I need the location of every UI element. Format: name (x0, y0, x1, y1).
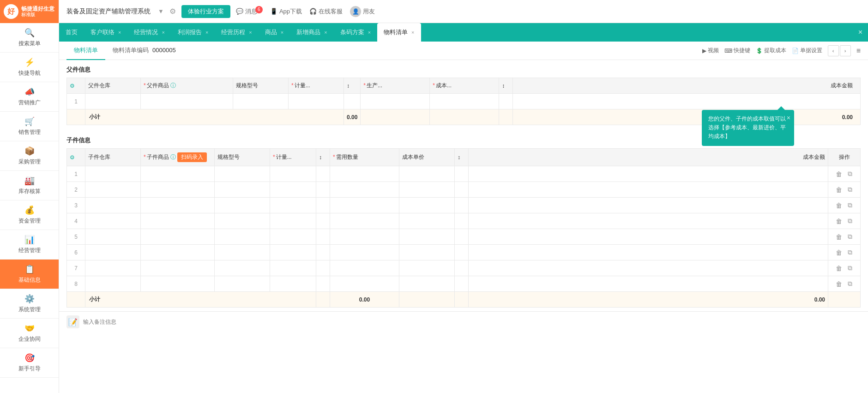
copy-icon-3[interactable]: ⧉ (845, 201, 855, 210)
delete-icon-7[interactable]: 🗑 (834, 264, 844, 273)
parent-cost-cell[interactable] (430, 94, 499, 109)
parent-production-cell[interactable] (361, 94, 430, 109)
parent-goods-cell[interactable] (141, 94, 233, 109)
th-gear-parent[interactable]: ⚙ (67, 78, 85, 94)
sidebar-item-guide[interactable]: 🎯新手引导 (0, 348, 59, 378)
child-warehouse-cell[interactable] (85, 276, 141, 292)
child-unit-cost-cell[interactable] (399, 166, 455, 182)
child-qty-cell[interactable] (270, 182, 316, 198)
child-spec-cell[interactable] (215, 182, 270, 198)
scan-btn[interactable]: 扫码录入 (177, 152, 207, 162)
sidebar-item-basic[interactable]: 📋基础信息 (0, 260, 59, 289)
sidebar-item-purchase[interactable]: 📦采购管理 (0, 141, 59, 171)
child-goods-cell[interactable] (141, 245, 215, 260)
copy-icon-6[interactable]: ⧉ (845, 248, 855, 257)
child-unit-cost-cell[interactable] (399, 182, 455, 198)
copy-icon-1[interactable]: ⧉ (845, 169, 855, 179)
child-required-qty-cell[interactable] (330, 213, 399, 229)
pager-prev[interactable]: ‹ (828, 45, 839, 56)
nav-tab-customer[interactable]: 客户联络× (84, 23, 127, 42)
th-child-sort[interactable]: ↕ (316, 149, 330, 166)
child-unit-cost-cell[interactable] (399, 260, 455, 276)
child-required-qty-cell[interactable] (330, 276, 399, 292)
online-service-btn[interactable]: 🎧 在线客服 (309, 7, 343, 16)
child-qty-cell[interactable] (270, 213, 316, 229)
sidebar-item-search[interactable]: 🔍搜索菜单 (0, 23, 59, 53)
sub-tab-bom-code[interactable]: 物料清单编码 0000005 (105, 42, 183, 60)
sidebar-item-quick-nav[interactable]: ⚡快捷导航 (0, 53, 59, 82)
sub-tab-bom-list[interactable]: 物料清单 (66, 42, 105, 60)
child-warehouse-cell[interactable] (85, 182, 141, 198)
child-spec-cell[interactable] (215, 260, 270, 276)
app-download-btn[interactable]: 📱 App下载 (270, 7, 302, 16)
child-goods-cell[interactable] (141, 260, 215, 276)
nav-tab-goods[interactable]: 商品× (259, 23, 290, 42)
child-unit-cost-cell[interactable] (399, 245, 455, 260)
delete-icon-8[interactable]: 🗑 (834, 279, 844, 289)
nav-tab-new-goods[interactable]: 新增商品× (290, 23, 333, 42)
message-btn[interactable]: 💬 消息 6 (236, 7, 263, 16)
toolbar-shortcut[interactable]: ⌨ 快捷键 (724, 47, 750, 54)
child-warehouse-cell[interactable] (85, 229, 141, 245)
child-spec-cell[interactable] (215, 213, 270, 229)
pager-next[interactable]: › (840, 45, 851, 56)
sidebar-item-inventory[interactable]: 🏭库存核算 (0, 171, 59, 200)
child-goods-cell[interactable] (141, 182, 215, 198)
child-warehouse-cell[interactable] (85, 166, 141, 182)
tooltip-close-btn[interactable]: × (787, 113, 790, 123)
th-parent-sort1[interactable]: ↕ (344, 78, 361, 94)
delete-icon-4[interactable]: 🗑 (834, 217, 844, 226)
delete-icon-5[interactable]: 🗑 (834, 232, 844, 242)
child-qty-cell[interactable] (270, 198, 316, 213)
parent-warehouse-cell[interactable] (85, 94, 141, 109)
sidebar-item-operations[interactable]: 📊经营管理 (0, 230, 59, 260)
child-required-qty-cell[interactable] (330, 198, 399, 213)
child-warehouse-cell[interactable] (85, 245, 141, 260)
copy-icon-2[interactable]: ⧉ (845, 185, 855, 194)
child-warehouse-cell[interactable] (85, 213, 141, 229)
nav-tab-bom[interactable]: 物料清单× (377, 23, 421, 42)
delete-icon-1[interactable]: 🗑 (834, 169, 844, 179)
sidebar-item-finance[interactable]: 💰资金管理 (0, 200, 59, 230)
nav-tab-history[interactable]: 经营历程× (215, 23, 258, 42)
menu-icon[interactable]: ≡ (856, 47, 861, 55)
th-child-sort2[interactable]: ↕ (455, 149, 469, 166)
note-input[interactable] (83, 319, 861, 325)
delete-icon-2[interactable]: 🗑 (834, 185, 844, 194)
child-goods-cell[interactable] (141, 276, 215, 292)
close-all-tabs[interactable]: × (853, 28, 868, 36)
sidebar-item-system[interactable]: ⚙️系统管理 (0, 289, 59, 319)
copy-icon-5[interactable]: ⧉ (845, 232, 855, 242)
child-unit-cost-cell[interactable] (399, 229, 455, 245)
nav-tab-home[interactable]: 首页 (59, 23, 84, 42)
child-qty-cell[interactable] (270, 229, 316, 245)
child-warehouse-cell[interactable] (85, 198, 141, 213)
child-unit-cost-cell[interactable] (399, 198, 455, 213)
toolbar-single-settings[interactable]: 📄 单据设置 (792, 47, 822, 54)
th-gear-child[interactable]: ⚙ (67, 149, 85, 166)
child-qty-cell[interactable] (270, 166, 316, 182)
copy-icon-7[interactable]: ⧉ (845, 264, 855, 273)
child-goods-cell[interactable] (141, 229, 215, 245)
child-required-qty-cell[interactable] (330, 229, 399, 245)
topbar-settings-icon[interactable]: ⚙ (169, 7, 176, 16)
delete-icon-6[interactable]: 🗑 (834, 248, 844, 257)
toolbar-view[interactable]: ▶ 视频 (702, 47, 719, 54)
child-required-qty-cell[interactable] (330, 166, 399, 182)
topbar-dropdown-icon[interactable]: ▼ (158, 8, 164, 15)
sidebar-item-enterprise[interactable]: 🤝企业协同 (0, 319, 59, 348)
child-qty-cell[interactable] (270, 245, 316, 260)
delete-icon-3[interactable]: 🗑 (834, 201, 844, 210)
child-goods-cell[interactable] (141, 166, 215, 182)
child-unit-cost-cell[interactable] (399, 276, 455, 292)
child-required-qty-cell[interactable] (330, 245, 399, 260)
toolbar-extract-cost[interactable]: 💲 提取成本 (756, 47, 786, 54)
copy-icon-4[interactable]: ⧉ (845, 217, 855, 226)
trial-btn[interactable]: 体验行业方案 (181, 5, 230, 18)
sidebar-item-sales[interactable]: 🛒销售管理 (0, 112, 59, 141)
child-warehouse-cell[interactable] (85, 260, 141, 276)
nav-tab-operations[interactable]: 经营情况× (127, 23, 171, 42)
child-required-qty-cell[interactable] (330, 260, 399, 276)
child-goods-cell[interactable] (141, 198, 215, 213)
parent-spec-cell[interactable] (233, 94, 289, 109)
